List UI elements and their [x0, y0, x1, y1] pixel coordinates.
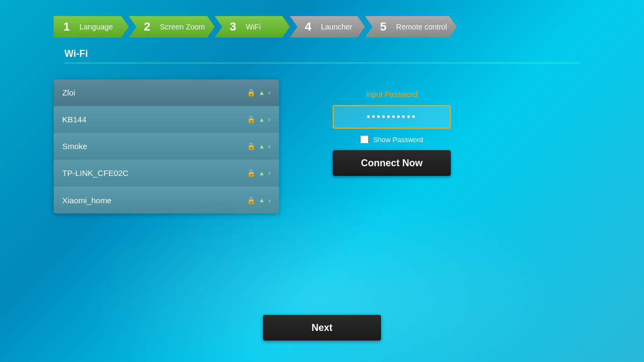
step-shape-1: 1Language: [54, 16, 129, 38]
step-number-4: 4: [305, 20, 317, 34]
wifi-status-icons: 🔒▲›: [247, 88, 270, 97]
wifi-network-name: Xiaomi_home: [62, 196, 112, 205]
step-5: 5Remote control: [365, 16, 457, 38]
signal-icon: ▲: [259, 169, 265, 177]
wifi-list-item[interactable]: Zloi🔒▲›: [54, 79, 279, 106]
step-label-5: Remote control: [396, 23, 447, 31]
stepper: 1Language2Screen Zoom3WiFi4Launcher5Remo…: [0, 0, 644, 38]
signal-icon: ▲: [259, 196, 265, 204]
lock-icon: 🔒: [247, 169, 255, 177]
wifi-status-icons: 🔒▲›: [247, 169, 270, 177]
signal-icon: ▲: [259, 143, 265, 150]
step-label-2: Screen Zoom: [160, 23, 205, 31]
wifi-list-item[interactable]: Xiaomi_home🔒▲›: [54, 187, 279, 213]
step-2: 2Screen Zoom: [129, 16, 215, 38]
signal-icon: ▲: [259, 89, 265, 97]
step-label-4: Launcher: [321, 23, 352, 31]
password-panel: Input Password Show Password Connect Now: [333, 90, 451, 176]
chevron-right-icon: ›: [268, 169, 270, 177]
step-number-3: 3: [230, 20, 241, 34]
content-area: Wi-Fi: [0, 38, 644, 63]
password-input[interactable]: [333, 105, 451, 129]
wifi-status-icons: 🔒▲›: [247, 115, 270, 123]
lock-icon: 🔒: [247, 142, 255, 150]
chevron-right-icon: ›: [268, 142, 270, 150]
step-number-5: 5: [380, 20, 392, 34]
show-password-row: Show Password: [360, 135, 423, 144]
section-title: Wi-Fi: [64, 48, 580, 60]
wifi-network-name: Zloi: [62, 88, 75, 97]
main-area: Zloi🔒▲›KB144🔒▲›Smoke🔒▲›TP-LINK_CFE02C🔒▲›…: [0, 79, 644, 213]
lock-icon: 🔒: [247, 88, 255, 97]
wifi-list-item[interactable]: KB144🔒▲›: [54, 106, 279, 133]
step-shape-4: 4Launcher: [290, 16, 365, 38]
wifi-list-item[interactable]: Smoke🔒▲›: [54, 133, 279, 160]
chevron-right-icon: ›: [268, 115, 270, 123]
step-shape-3: 3WiFi: [215, 16, 290, 38]
show-password-label: Show Password: [373, 136, 423, 144]
section-divider: [64, 63, 580, 63]
step-1: 1Language: [54, 16, 129, 38]
chevron-right-icon: ›: [268, 196, 270, 204]
step-number-1: 1: [63, 20, 75, 34]
connect-now-button[interactable]: Connect Now: [333, 150, 451, 176]
password-label: Input Password: [366, 90, 418, 99]
chevron-right-icon: ›: [268, 88, 270, 97]
wifi-network-name: TP-LINK_CFE02C: [62, 168, 128, 178]
step-4: 4Launcher: [290, 16, 365, 38]
next-button[interactable]: Next: [263, 315, 381, 341]
step-label-3: WiFi: [246, 23, 261, 31]
step-label-1: Language: [79, 23, 113, 31]
lock-icon: 🔒: [247, 115, 255, 123]
wifi-list: Zloi🔒▲›KB144🔒▲›Smoke🔒▲›TP-LINK_CFE02C🔒▲›…: [54, 79, 279, 213]
step-shape-5: 5Remote control: [365, 16, 457, 38]
wifi-status-icons: 🔒▲›: [247, 196, 270, 204]
wifi-status-icons: 🔒▲›: [247, 142, 270, 150]
show-password-checkbox[interactable]: [360, 135, 369, 144]
step-shape-2: 2Screen Zoom: [129, 16, 215, 38]
wifi-network-name: KB144: [62, 115, 86, 124]
step-3: 3WiFi: [215, 16, 290, 38]
wifi-list-item[interactable]: TP-LINK_CFE02C🔒▲›: [54, 160, 279, 187]
bottom-bar: Next: [263, 315, 381, 341]
step-number-2: 2: [144, 20, 156, 34]
wifi-network-name: Smoke: [62, 142, 87, 151]
lock-icon: 🔒: [247, 196, 255, 204]
signal-icon: ▲: [259, 116, 265, 123]
